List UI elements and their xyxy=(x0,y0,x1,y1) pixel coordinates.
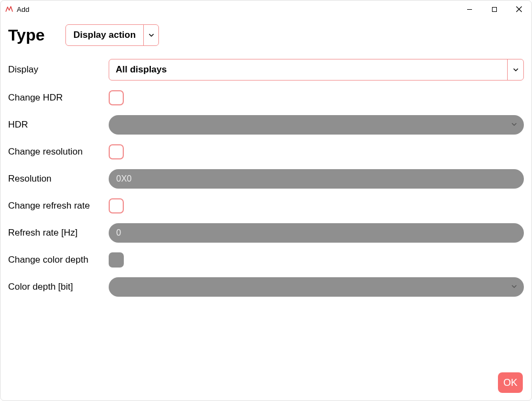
window-controls xyxy=(457,1,531,18)
window-title: Add xyxy=(17,5,29,14)
display-select[interactable]: All displays xyxy=(109,59,524,81)
chevron-down-icon xyxy=(507,59,523,80)
hdr-label: HDR xyxy=(8,119,105,130)
resolution-field: 0X0 xyxy=(109,169,524,189)
ok-button-label: OK xyxy=(503,377,517,389)
hdr-select xyxy=(109,115,524,135)
resolution-value: 0X0 xyxy=(116,174,131,184)
refresh-rate-field: 0 xyxy=(109,223,524,243)
chevron-down-icon xyxy=(511,120,517,130)
change-hdr-label: Change HDR xyxy=(8,92,105,103)
display-select-value: All displays xyxy=(109,64,507,75)
chevron-down-icon xyxy=(511,282,517,292)
change-refresh-checkbox[interactable] xyxy=(109,198,124,213)
close-button[interactable] xyxy=(507,1,531,18)
form-grid: Display All displays Change HDR HDR Chan… xyxy=(8,59,524,297)
refresh-rate-value: 0 xyxy=(116,228,121,238)
refresh-rate-label: Refresh rate [Hz] xyxy=(8,228,105,238)
color-depth-select xyxy=(109,277,524,297)
type-row: Type Display action xyxy=(8,24,524,46)
type-select[interactable]: Display action xyxy=(65,24,159,46)
chevron-down-icon xyxy=(143,25,158,45)
type-select-value: Display action xyxy=(66,25,143,45)
display-label: Display xyxy=(8,64,105,75)
maximize-button[interactable] xyxy=(482,1,507,18)
change-resolution-checkbox[interactable] xyxy=(109,144,124,159)
change-refresh-label: Change refresh rate xyxy=(8,201,105,211)
svg-rect-1 xyxy=(492,7,496,11)
title-bar: Add xyxy=(1,1,531,18)
app-icon xyxy=(5,5,14,14)
change-color-depth-checkbox xyxy=(109,252,124,268)
type-header-label: Type xyxy=(8,26,45,44)
change-hdr-checkbox[interactable] xyxy=(109,90,124,105)
minimize-button[interactable] xyxy=(457,1,482,18)
color-depth-label: Color depth [bit] xyxy=(8,282,105,292)
resolution-label: Resolution xyxy=(8,173,105,184)
change-resolution-label: Change resolution xyxy=(8,146,105,157)
change-color-depth-label: Change color depth xyxy=(8,255,105,265)
ok-button[interactable]: OK xyxy=(498,372,523,393)
content-area: Type Display action Display All displays… xyxy=(1,18,531,297)
